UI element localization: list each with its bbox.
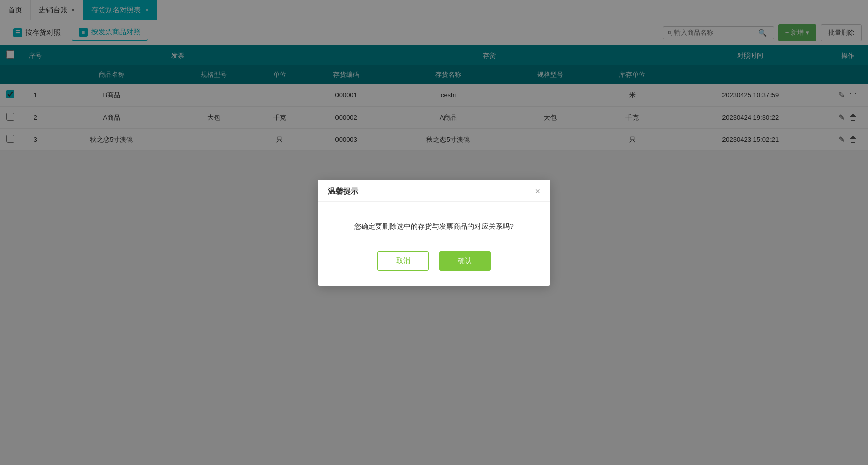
modal-overlay: 温馨提示 × 您确定要删除选中的存货与发票商品的对应关系吗? 取消 确认	[0, 0, 868, 151]
